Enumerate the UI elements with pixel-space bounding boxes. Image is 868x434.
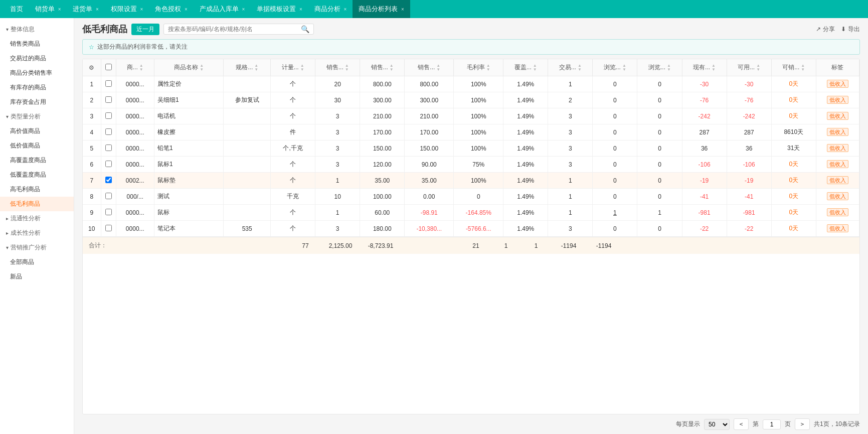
row-transactions: 2 [548,92,593,108]
nav-close-product-entry[interactable]: × [242,7,245,12]
nav-item-purchase[interactable]: 进货单 × [67,0,104,18]
next-page-button[interactable]: ＞ [795,418,810,430]
nav-close-roles[interactable]: × [185,7,188,12]
share-button[interactable]: ↗ 分享 [816,25,835,34]
sidebar-group-overview[interactable]: ▾ 整体信息 [0,22,74,37]
row-checkbox[interactable] [101,108,116,124]
row-browse-b: 0 [637,76,682,92]
sidebar-item-new-products[interactable]: 新品 [0,269,74,284]
row-select-checkbox[interactable] [105,80,112,87]
nav-item-product-analysis-list[interactable]: 商品分析列表 × [353,0,410,18]
row-checkbox[interactable] [101,92,116,108]
sidebar-group-flow-analysis[interactable]: ▸ 流通性分析 [0,211,74,226]
row-checkbox[interactable] [101,140,116,157]
col-sales-qty[interactable]: 销售...▲▼ [315,59,360,76]
col-available[interactable]: 可用...▲▼ [727,59,771,76]
nav-item-product-analysis[interactable]: 商品分析 × [308,0,353,18]
header-actions: ↗ 分享 ⬇ 导出 [816,25,860,34]
col-sales-profit[interactable]: 销售...▲▼ [405,59,454,76]
nav-close-purchase[interactable]: × [96,7,99,12]
row-coverage: 1.49% [503,108,548,124]
row-select-checkbox[interactable] [105,144,112,151]
nav-close-product-analysis[interactable]: × [343,7,346,12]
nav-item-template[interactable]: 单据模板设置 × [251,0,308,18]
browse-a-link[interactable]: 1 [613,209,617,216]
sidebar-item-stocked-products[interactable]: 有库存的商品 [0,80,74,95]
col-coverage[interactable]: 覆盖...▲▼ [503,59,548,76]
nav-close-product-analysis-list[interactable]: × [401,7,404,12]
sidebar-group-marketing-analysis[interactable]: ▾ 营销推广分析 [0,240,74,255]
date-filter-button[interactable]: 近一月 [131,24,159,35]
col-gross-margin[interactable]: 毛利率▲▼ [454,59,503,76]
total-pages-info: 共1页，10条记录 [814,420,860,428]
row-select-checkbox[interactable] [105,209,112,215]
select-all-checkbox[interactable] [105,64,112,70]
sidebar-item-inventory-capital[interactable]: 库存资金占用 [0,95,74,109]
nav-item-roles[interactable]: 角色授权 × [149,0,193,18]
sidebar-group-growth-analysis[interactable]: ▸ 成长性分析 [0,226,74,240]
row-select-checkbox[interactable] [105,225,112,231]
row-select-checkbox[interactable] [105,193,112,199]
col-name[interactable]: 商品名称▲▼ [154,59,223,76]
sidebar-item-high-margin[interactable]: 高毛利商品 [0,182,74,197]
row-gross-margin: 75% [454,157,503,173]
sidebar-group-type-analysis[interactable]: ▾ 类型量分析 [0,109,74,124]
sidebar-item-high-coverage[interactable]: 高覆盖度商品 [0,153,74,168]
nav-item-product-entry[interactable]: 产成品入库单 × [194,0,251,18]
row-select-checkbox[interactable] [105,112,112,119]
col-browse-b[interactable]: 浏览...▲▼ [637,59,682,76]
row-select-checkbox[interactable] [105,96,112,103]
row-checkbox[interactable] [101,189,116,205]
row-select-checkbox[interactable] [105,177,112,183]
row-checkbox[interactable] [101,221,116,237]
row-transactions: 3 [548,221,593,237]
row-checkbox[interactable] [101,205,116,221]
row-no: 6 [83,157,101,173]
col-current-stock[interactable]: 现有...▲▼ [682,59,727,76]
footer-total-bar: 合计： 77 2,125.00 -8,723.91 21 1 1 [83,237,859,254]
sidebar-item-low-margin[interactable]: 低毛利商品 [0,197,74,211]
col-code[interactable]: 商...▲▼ [116,59,154,76]
sidebar-item-sales-products[interactable]: 销售类商品 [0,37,74,51]
tag-badge: 低收入 [827,192,848,200]
col-saleable[interactable]: 可销...▲▼ [771,59,816,76]
sidebar-item-low-coverage[interactable]: 低覆盖度商品 [0,168,74,182]
row-checkbox[interactable] [101,76,116,92]
page-input[interactable] [763,419,781,429]
row-available: -41 [727,189,771,205]
sidebar-item-category-sales[interactable]: 商品分类销售率 [0,66,74,80]
sidebar-item-traded-products[interactable]: 交易过的商品 [0,51,74,66]
nav-item-sales[interactable]: 销货单 × [29,0,67,18]
row-gross-margin: -164.85% [454,205,503,221]
nav-item-permissions[interactable]: 权限设置 × [105,0,149,18]
col-spec[interactable]: 规格...▲▼ [224,59,271,76]
footer-sales-amt: 2,125.00 [320,242,361,249]
sidebar-item-all-products[interactable]: 全部商品 [0,255,74,269]
sidebar-item-low-value[interactable]: 低价值商品 [0,138,74,153]
export-button[interactable]: ⬇ 导出 [841,25,860,34]
row-checkbox[interactable] [101,173,116,189]
row-no: 3 [83,108,101,124]
nav-item-home[interactable]: 首页 [4,0,29,18]
row-checkbox[interactable] [101,157,116,173]
nav-close-permissions[interactable]: × [140,7,143,12]
row-checkbox[interactable] [101,124,116,140]
row-select-checkbox[interactable] [105,128,112,135]
nav-close-template[interactable]: × [299,7,302,12]
sidebar-item-high-value[interactable]: 高价值商品 [0,124,74,138]
col-transactions[interactable]: 交易...▲▼ [548,59,593,76]
footer-values: 77 2,125.00 -8,723.91 21 1 1 -1194 -1194 [127,242,853,249]
row-select-checkbox[interactable] [105,161,112,167]
prev-page-button[interactable]: ＜ [734,418,749,430]
search-input[interactable] [168,26,301,33]
col-checkbox [101,59,116,76]
row-sales-qty: 10 [315,189,360,205]
nav-close-sales[interactable]: × [58,7,61,12]
col-sales-amt[interactable]: 销售...▲▼ [360,59,405,76]
page-size-select[interactable]: 50 100 200 [704,419,730,430]
notice-bar: ☆ 这部分商品的利润非常低，请关注 [82,39,860,55]
row-available: -106 [727,157,771,173]
col-settings[interactable]: ⚙ [83,59,101,76]
col-unit[interactable]: 计量...▲▼ [271,59,315,76]
col-browse-a[interactable]: 浏览...▲▼ [593,59,637,76]
